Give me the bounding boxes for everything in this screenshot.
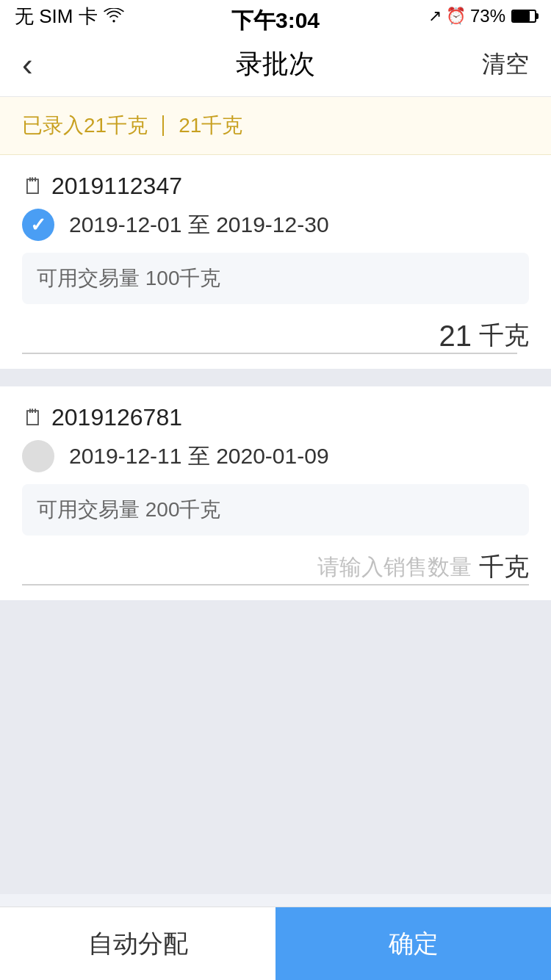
back-button[interactable]: ‹ (22, 46, 66, 83)
quantity-input-line-1 (22, 353, 517, 354)
gray-filler (0, 600, 551, 894)
batch-id-row-1: 🗒 2019112347 (22, 173, 529, 200)
wifi-icon (104, 5, 124, 28)
alarm-icon: ⏰ (446, 7, 466, 26)
quantity-unit-1: 千克 (479, 319, 529, 353)
clear-button[interactable]: 清空 (482, 48, 529, 81)
quantity-unit-2: 千克 (479, 550, 529, 584)
status-right: ↗ ⏰ 73% (428, 6, 536, 26)
batch-available-1: 可用交易量 100千克 (22, 253, 529, 304)
placeholder-row-2: 请输入销售数量 千克 (0, 536, 551, 584)
page-title: 录批次 (236, 46, 315, 82)
status-bar: 无 SIM 卡 下午3:04 ↗ ⏰ 73% (0, 0, 551, 32)
location-icon: ↗ (428, 7, 442, 26)
placeholder-input-line-2 (22, 584, 529, 586)
recorded-amount: 已录入21千克 (22, 112, 148, 140)
battery-icon (511, 10, 536, 23)
content-area: 🗒 2019112347 ✓ 2019-12-01 至 2019-12-30 可… (0, 155, 551, 968)
batch-available-2: 可用交易量 200千克 (22, 484, 529, 536)
summary-divider (162, 115, 164, 136)
batch-id-text-2: 2019126781 (51, 404, 182, 431)
batch-date-row-2: 2019-12-11 至 2020-01-09 (22, 440, 529, 472)
battery-text: 73% (470, 6, 505, 26)
quantity-value-1: 21 (439, 320, 472, 353)
auto-distribute-button[interactable]: 自动分配 (0, 907, 276, 980)
total-amount: 21千克 (179, 112, 242, 140)
status-left: 无 SIM 卡 (15, 4, 124, 29)
batch-checkbox-1[interactable]: ✓ (22, 209, 54, 241)
batch-date-row-1: ✓ 2019-12-01 至 2019-12-30 (22, 209, 529, 241)
item-divider (0, 369, 551, 386)
batch-item-1: 🗒 2019112347 ✓ 2019-12-01 至 2019-12-30 可… (0, 155, 551, 369)
batch-id-text-1: 2019112347 (51, 173, 182, 200)
batch-id-row-2: 🗒 2019126781 (22, 404, 529, 431)
nav-bar: ‹ 录批次 清空 (0, 32, 551, 97)
batch-date-text-2: 2019-12-11 至 2020-01-09 (69, 442, 329, 472)
batch-date-text-1: 2019-12-01 至 2019-12-30 (69, 210, 329, 240)
carrier-text: 无 SIM 卡 (15, 4, 98, 29)
batch-checkbox-2[interactable] (22, 440, 54, 472)
status-time: 下午3:04 (231, 6, 320, 36)
placeholder-line-row-2[interactable] (0, 584, 551, 600)
batch-item-2: 🗒 2019126781 2019-12-11 至 2020-01-09 可用交… (0, 386, 551, 600)
quantity-placeholder-2: 请输入销售数量 (317, 552, 472, 583)
quantity-row-1: 21 千克 (0, 304, 551, 353)
check-mark-1: ✓ (30, 214, 46, 237)
batch-doc-icon-1: 🗒 (22, 174, 44, 199)
quantity-input-area-1[interactable] (0, 353, 551, 369)
summary-bar: 已录入21千克 21千克 (0, 97, 551, 155)
bottom-bar: 自动分配 确定 (0, 907, 551, 980)
batch-doc-icon-2: 🗒 (22, 406, 44, 430)
confirm-button[interactable]: 确定 (276, 907, 551, 980)
